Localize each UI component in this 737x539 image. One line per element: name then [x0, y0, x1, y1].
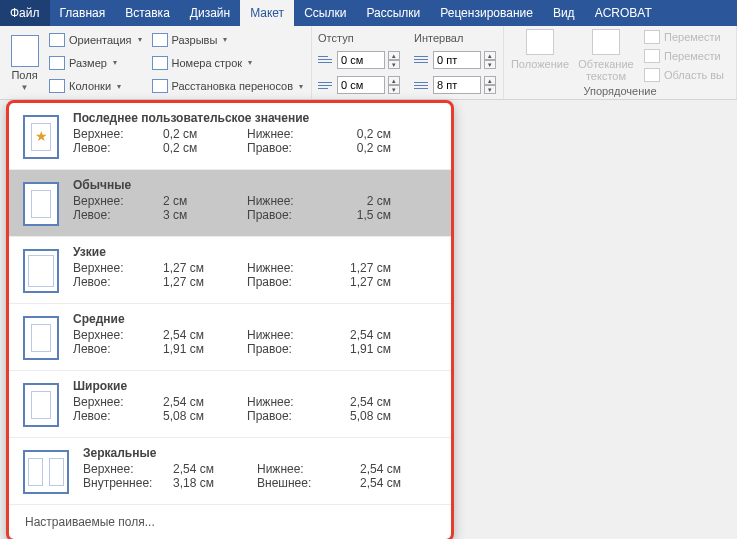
- size-button[interactable]: Размер▾: [47, 55, 143, 71]
- chevron-down-icon: ▼: [21, 83, 29, 92]
- breaks-button[interactable]: Разрывы▾: [150, 32, 305, 48]
- position-label: Положение: [511, 58, 569, 70]
- margin-preset-item[interactable]: Последнее пользовательское значениеВерхн…: [9, 103, 451, 170]
- size-icon: [49, 56, 65, 70]
- tab-рассылки[interactable]: Рассылки: [356, 0, 430, 26]
- tab-вставка[interactable]: Вставка: [115, 0, 180, 26]
- margin-preset-item[interactable]: ОбычныеВерхнее:2 смНижнее:2 смЛевое:3 см…: [9, 170, 451, 237]
- wrap-text-button[interactable]: Обтекание текстом: [576, 29, 636, 84]
- arrange-group-label: Упорядочение: [510, 85, 730, 97]
- margin-preset-item[interactable]: ЗеркальныеВерхнее:2,54 смНижнее:2,54 смВ…: [9, 438, 451, 505]
- spin-buttons[interactable]: ▴▾: [388, 51, 400, 69]
- position-button[interactable]: Положение: [510, 29, 570, 84]
- send-label: Перемести: [664, 50, 721, 62]
- chevron-down-icon: ▾: [117, 82, 121, 91]
- send-icon: [644, 49, 660, 63]
- spacing-after-field[interactable]: ▴▾: [414, 76, 496, 94]
- indent-left-icon: [318, 53, 334, 67]
- margin-preset-text: СредниеВерхнее:2,54 смНижнее:2,54 смЛево…: [73, 312, 441, 360]
- tab-вид[interactable]: Вид: [543, 0, 585, 26]
- indent-right-field[interactable]: ▴▾: [318, 76, 400, 94]
- custom-margins-button[interactable]: Настраиваемые поля...: [9, 505, 451, 539]
- margin-preset-item[interactable]: СредниеВерхнее:2,54 смНижнее:2,54 смЛево…: [9, 304, 451, 371]
- columns-label: Колонки: [69, 80, 111, 92]
- hyphenation-button[interactable]: Расстановка переносов▾: [150, 78, 305, 94]
- tab-файл[interactable]: Файл: [0, 0, 50, 26]
- size-label: Размер: [69, 57, 107, 69]
- indent-right-input[interactable]: [337, 76, 385, 94]
- selection-icon: [644, 68, 660, 82]
- menu-bar: ФайлГлавнаяВставкаДизайнМакетСсылкиРассы…: [0, 0, 737, 26]
- spacing-header: Интервал: [414, 32, 496, 44]
- margin-preset-title: Обычные: [73, 178, 441, 192]
- hyphenation-label: Расстановка переносов: [172, 80, 293, 92]
- orientation-icon: [49, 33, 65, 47]
- tab-дизайн[interactable]: Дизайн: [180, 0, 240, 26]
- margin-thumb-icon: [23, 316, 59, 360]
- wrap-label: Обтекание текстом: [576, 58, 636, 82]
- margins-button[interactable]: Поля ▼: [6, 29, 43, 97]
- breaks-icon: [152, 33, 168, 47]
- spacing-before-field[interactable]: ▴▾: [414, 51, 496, 69]
- arrange-group: Положение Обтекание текстом Перемести Пе…: [504, 26, 737, 99]
- selection-pane-button[interactable]: Область вы: [642, 67, 726, 83]
- line-numbers-icon: [152, 56, 168, 70]
- indent-right-icon: [318, 78, 334, 92]
- chevron-down-icon: ▾: [299, 82, 303, 91]
- chevron-down-icon: ▾: [113, 58, 117, 67]
- margin-thumb-icon: [23, 182, 59, 226]
- selection-label: Область вы: [664, 69, 724, 81]
- spacing-before-icon: [414, 53, 430, 67]
- chevron-down-icon: ▾: [223, 35, 227, 44]
- bring-label: Перемести: [664, 31, 721, 43]
- margin-thumb-icon: [23, 383, 59, 427]
- columns-icon: [49, 79, 65, 93]
- margin-preset-text: УзкиеВерхнее:1,27 смНижнее:1,27 смЛевое:…: [73, 245, 441, 293]
- margins-label: Поля: [11, 69, 37, 81]
- spacing-after-icon: [414, 78, 430, 92]
- margin-preset-title: Средние: [73, 312, 441, 326]
- spin-buttons[interactable]: ▴▾: [484, 51, 496, 69]
- bring-icon: [644, 30, 660, 44]
- margin-preset-item[interactable]: УзкиеВерхнее:1,27 смНижнее:1,27 смЛевое:…: [9, 237, 451, 304]
- margin-preset-text: ШирокиеВерхнее:2,54 смНижнее:2,54 смЛево…: [73, 379, 441, 427]
- paragraph-group: Отступ ▴▾ ▴▾ Интервал ▴▾ ▴▾: [312, 26, 504, 99]
- indent-left-field[interactable]: ▴▾: [318, 51, 400, 69]
- spin-buttons[interactable]: ▴▾: [484, 76, 496, 94]
- tab-ссылки[interactable]: Ссылки: [294, 0, 356, 26]
- position-icon: [526, 29, 554, 55]
- margin-preset-item[interactable]: ШирокиеВерхнее:2,54 смНижнее:2,54 смЛево…: [9, 371, 451, 438]
- margin-preset-title: Узкие: [73, 245, 441, 259]
- send-backward-button[interactable]: Перемести: [642, 48, 726, 64]
- margin-preset-title: Зеркальные: [83, 446, 441, 460]
- columns-button[interactable]: Колонки▾: [47, 78, 143, 94]
- spin-buttons[interactable]: ▴▾: [388, 76, 400, 94]
- indent-left-input[interactable]: [337, 51, 385, 69]
- page-setup-group: Поля ▼ Ориентация▾ Размер▾ Колонки▾ Разр…: [0, 26, 312, 99]
- margin-preset-text: Последнее пользовательское значениеВерхн…: [73, 111, 441, 159]
- spacing-after-input[interactable]: [433, 76, 481, 94]
- tab-acrobat[interactable]: ACROBAT: [585, 0, 662, 26]
- wrap-icon: [592, 29, 620, 55]
- line-numbers-button[interactable]: Номера строк▾: [150, 55, 305, 71]
- breaks-label: Разрывы: [172, 34, 218, 46]
- margin-thumb-icon: [23, 249, 59, 293]
- ribbon: Поля ▼ Ориентация▾ Размер▾ Колонки▾ Разр…: [0, 26, 737, 100]
- chevron-down-icon: ▾: [138, 35, 142, 44]
- margins-gallery: Последнее пользовательское значениеВерхн…: [6, 100, 454, 539]
- chevron-down-icon: ▾: [248, 58, 252, 67]
- margin-preset-text: ОбычныеВерхнее:2 смНижнее:2 смЛевое:3 см…: [73, 178, 441, 226]
- indent-header: Отступ: [318, 32, 400, 44]
- tab-рецензирование[interactable]: Рецензирование: [430, 0, 543, 26]
- tab-макет[interactable]: Макет: [240, 0, 294, 26]
- margins-icon: [11, 35, 39, 67]
- hyphenation-icon: [152, 79, 168, 93]
- tab-главная[interactable]: Главная: [50, 0, 116, 26]
- margin-thumb-icon: [23, 115, 59, 159]
- orientation-label: Ориентация: [69, 34, 131, 46]
- spacing-before-input[interactable]: [433, 51, 481, 69]
- margin-thumb-icon: [23, 450, 69, 494]
- orientation-button[interactable]: Ориентация▾: [47, 32, 143, 48]
- line-numbers-label: Номера строк: [172, 57, 243, 69]
- bring-forward-button[interactable]: Перемести: [642, 29, 726, 45]
